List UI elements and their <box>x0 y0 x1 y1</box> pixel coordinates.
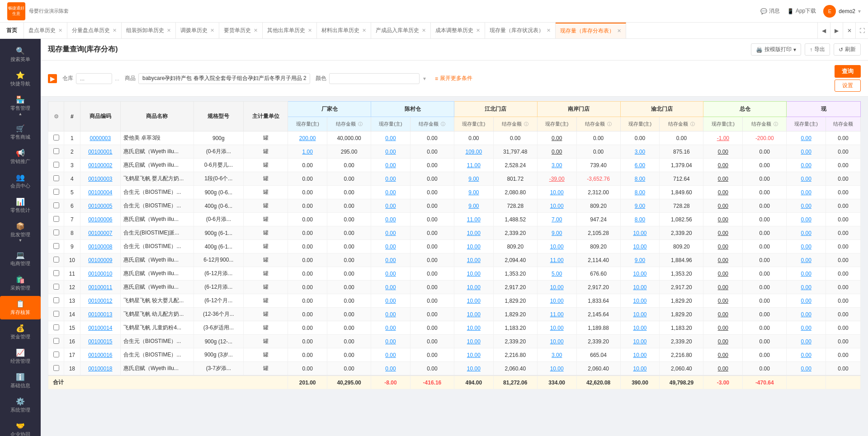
row-index-7: 8 <box>64 226 80 240</box>
tab-inventory-single[interactable]: 盘点单历史 ✕ <box>24 23 67 39</box>
col-gear[interactable]: ⚙ <box>48 102 64 131</box>
row-checkbox-16[interactable] <box>48 348 64 362</box>
setting-button[interactable]: 设置 <box>835 80 861 92</box>
sidebar-item-finance[interactable]: 💰 资金管理 <box>0 320 41 344</box>
row-checkbox-4[interactable] <box>48 186 64 199</box>
table-row: 16 00100015 合生元（BIOSTIME）... 900g (12-..… <box>48 335 861 348</box>
row-factory-stock-2: 0.00 <box>288 159 327 172</box>
row-checkbox-13[interactable] <box>48 308 64 321</box>
refresh-label: 刷新 <box>845 46 856 53</box>
row-cur-amount-16: 0.00 <box>826 348 861 362</box>
refresh-button[interactable]: ↺ 刷新 <box>834 43 861 56</box>
tab-requisition[interactable]: 要货单历史 ✕ <box>219 23 263 39</box>
info-icon4[interactable]: ⓘ <box>607 122 612 127</box>
row-checkbox-0[interactable] <box>48 131 64 145</box>
color-input[interactable] <box>329 73 420 84</box>
row-checkbox-11[interactable] <box>48 281 64 294</box>
tab-transfer[interactable]: 调拨单历史 ✕ <box>176 23 219 39</box>
row-checkbox-8[interactable] <box>48 240 64 253</box>
sidebar-item-shortcut[interactable]: ⭐ 快捷导航 <box>0 67 41 91</box>
product-input[interactable] <box>138 73 310 84</box>
row-checkbox-12[interactable] <box>48 294 64 308</box>
tab-close-inventory-single[interactable]: ✕ <box>58 28 62 33</box>
tab-assembly[interactable]: 组装拆卸单历史 ✕ <box>122 23 176 39</box>
user-profile[interactable]: E demo2 ▾ <box>823 5 861 18</box>
row-checkbox-15[interactable] <box>48 335 64 348</box>
row-checkbox-6[interactable] <box>48 213 64 226</box>
info-icon3[interactable]: ⓘ <box>524 122 528 127</box>
row-checkbox-7[interactable] <box>48 226 64 240</box>
expand-button[interactable]: ≡ 展开更多条件 <box>435 75 472 82</box>
row-yubeimen-stock-5: 9.00 <box>620 199 660 213</box>
tab-prev-button[interactable]: ◀ <box>817 23 830 39</box>
tab-home[interactable]: 首页 <box>0 23 24 39</box>
query-button[interactable]: 查询 <box>835 65 861 78</box>
sidebar-item-basics[interactable]: ℹ️ 基础信息 <box>0 369 41 393</box>
app-download-button[interactable]: 📱 App下载 <box>787 7 816 15</box>
row-checkbox-14[interactable] <box>48 321 64 335</box>
cart-icon: 🛒 <box>16 124 25 133</box>
sidebar-item-member[interactable]: 👥 会员中心 <box>0 169 41 193</box>
sidebar-item-enterprise[interactable]: 🤝 企业协同 <box>0 418 41 436</box>
tab-close-other-out[interactable]: ✕ <box>308 28 312 33</box>
sidebar-item-operations[interactable]: 📈 经营管理 <box>0 345 41 368</box>
tab-close-transfer[interactable]: ✕ <box>210 28 214 33</box>
row-checkbox-1[interactable] <box>48 145 64 159</box>
tab-close-stock-dist[interactable]: ✕ <box>617 28 621 34</box>
export-button[interactable]: ↑ 导出 <box>805 43 830 56</box>
sidebar-item-inventory[interactable]: 📋 库存核算 <box>0 296 41 319</box>
row-checkbox-10[interactable] <box>48 267 64 281</box>
row-cur-amount-0: 0.00 <box>826 131 861 145</box>
tab-inventory-sub[interactable]: 分量盘点单历史 ✕ <box>67 23 122 39</box>
tab-close-requisition[interactable]: ✕ <box>254 28 258 33</box>
sidebar-item-shop[interactable]: 🛒 零售商城 <box>0 121 41 144</box>
tab-material-out[interactable]: 材料出库单历史 ✕ <box>317 23 371 39</box>
sidebar-item-system[interactable]: ⚙️ 系统管理 <box>0 394 41 417</box>
tab-close-all-button[interactable]: ✕ <box>843 23 855 39</box>
row-checkbox-5[interactable] <box>48 199 64 213</box>
tab-stock-dist[interactable]: 现存量（库存分布表） ✕ <box>556 23 626 39</box>
message-button[interactable]: 💬 消息 <box>760 7 780 15</box>
tab-stock-status[interactable]: 现存量（库存状况表） ✕ <box>485 23 556 39</box>
marketing-icon: 📢 <box>16 149 25 157</box>
sidebar-item-ecommerce[interactable]: 💻 电商管理 <box>0 247 41 271</box>
sidebar-item-wholesale[interactable]: 📦 批发管理 ▼ <box>0 218 41 246</box>
row-unit-5: 罐 <box>243 199 288 213</box>
print-button[interactable]: 🖨️ 按模版打印 ▾ <box>751 43 801 56</box>
row-spec-16: 900g (3岁... <box>193 348 243 362</box>
collapse-button[interactable]: ▶ <box>48 74 57 83</box>
row-total-stock-7: 0.00 <box>703 226 743 240</box>
tab-fullscreen-button[interactable]: ⛶ <box>855 23 868 39</box>
sidebar-item-marketing[interactable]: 📢 营销推广 <box>0 145 41 169</box>
sidebar-item-retail[interactable]: 🏪 零售管理 ▲ <box>0 92 41 120</box>
page-title: 现存量查询(库存分布) <box>48 45 118 54</box>
tab-close-stock-status[interactable]: ✕ <box>547 28 551 33</box>
row-checkbox-17[interactable] <box>48 362 64 376</box>
sidebar-item-search[interactable]: 🔍 搜索英单 <box>0 43 41 66</box>
tab-close-inventory-sub[interactable]: ✕ <box>113 28 117 33</box>
app-logo: 畅捷通好生意 <box>7 2 25 20</box>
row-checkbox-9[interactable] <box>48 253 64 267</box>
info-icon1[interactable]: ⓘ <box>358 122 363 127</box>
row-checkbox-2[interactable] <box>48 159 64 172</box>
chevron-down-icon2: ▾ <box>793 47 796 53</box>
row-nanan-amount-3: -3,652.76 <box>576 172 620 186</box>
tab-product-in[interactable]: 产成品入库单历史 ✕ <box>371 23 431 39</box>
tab-close-material-out[interactable]: ✕ <box>362 28 366 33</box>
info-icon2[interactable]: ⓘ <box>441 122 445 127</box>
sidebar-item-purchase[interactable]: 🛍️ 采购管理 <box>0 272 41 295</box>
row-index-16: 17 <box>64 348 80 362</box>
row-jiangbei-stock-6: 11.00 <box>454 213 493 226</box>
settings-icon[interactable]: ⚙ <box>54 113 59 120</box>
warehouse-input[interactable] <box>76 73 112 84</box>
sidebar-item-stat[interactable]: 📊 零售统计 <box>0 194 41 217</box>
tab-other-out[interactable]: 其他出库单历史 ✕ <box>263 23 317 39</box>
tab-cost-adjust[interactable]: 成本调整单历史 ✕ <box>431 23 485 39</box>
tab-close-cost-adjust[interactable]: ✕ <box>476 28 480 33</box>
row-checkbox-3[interactable] <box>48 172 64 186</box>
tab-next-button[interactable]: ▶ <box>830 23 843 39</box>
tab-close-product-in[interactable]: ✕ <box>422 28 426 33</box>
info-icon5[interactable]: ⓘ <box>690 122 695 127</box>
tab-close-assembly[interactable]: ✕ <box>167 28 171 33</box>
info-icon6[interactable]: ⓘ <box>774 122 778 127</box>
